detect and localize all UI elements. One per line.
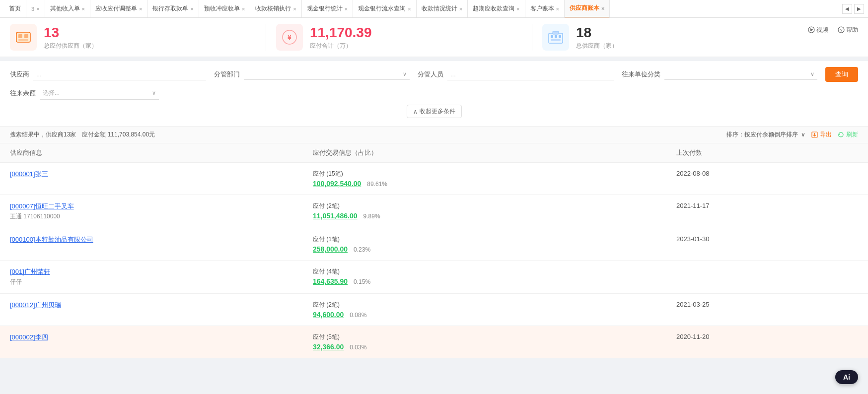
- table-row: [000001]张三 应付 (15笔) 100,092,540.00 89.61…: [0, 163, 868, 195]
- tx-label-5: 应付 (2笔): [313, 301, 676, 309]
- nav-tab-other-income-label: 其他收入单: [50, 4, 80, 13]
- nav-tab-receipt-verify-label: 收款核销执行: [255, 4, 291, 13]
- nav-tab-other-income[interactable]: 其他收入单 ×: [45, 0, 90, 18]
- supplier-info-4: [001]广州荣轩 仔仔: [10, 267, 313, 286]
- nav-tab-3[interactable]: 3 ×: [26, 0, 45, 18]
- nav-tab-ar-ap-adjust-close[interactable]: ×: [139, 6, 142, 12]
- supplier-info-5: [000012]广州贝瑞: [10, 301, 313, 310]
- nav-tab-customer-ledger[interactable]: 客户账本 ×: [525, 0, 565, 18]
- summary-label-total-suppliers: 总供应商（家）: [576, 42, 618, 50]
- last-payment-3: 2023-01-30: [676, 235, 858, 243]
- supplier-info-1: [000001]张三: [10, 170, 313, 179]
- tx-amount-6[interactable]: 32,366.00: [313, 343, 344, 351]
- table-row: [000002]李四 应付 (5笔) 32,366.00 0.03% 2020-…: [0, 326, 868, 358]
- nav-tab-customer-ledger-close[interactable]: ×: [556, 6, 559, 12]
- search-button[interactable]: 查询: [825, 67, 858, 82]
- tx-pct-1: 89.61%: [367, 181, 387, 188]
- nav-tab-receipt-stat-close[interactable]: ×: [459, 6, 462, 12]
- nav-tab-3-close[interactable]: ×: [36, 6, 39, 12]
- transaction-info-5: 应付 (2笔) 94,600.00 0.08%: [313, 301, 676, 319]
- nav-tab-ar-ap-adjust-label: 应收应付调整单: [95, 4, 137, 13]
- nav-tab-cash-bank-query-label: 现金银行流水查询: [358, 4, 406, 13]
- nav-tab-supplier-ledger-label: 供应商账本: [570, 4, 599, 12]
- links-divider: |: [832, 26, 834, 33]
- tx-label-6: 应付 (5笔): [313, 333, 676, 341]
- summary-info-payable: 11,170.39 应付合计（万）: [310, 24, 372, 51]
- nav-tab-supplier-ledger-close[interactable]: ×: [601, 5, 604, 11]
- summary-number-total-suppliers: 18: [576, 24, 618, 41]
- nav-tab-cash-bank-stat[interactable]: 现金银行统计 ×: [302, 0, 353, 18]
- nav-tab-advance-ar[interactable]: 预收冲应收单 ×: [199, 0, 250, 18]
- filter-row-2: 往来余额 选择... ∨: [10, 87, 159, 100]
- table-row: [001]广州荣轩 仔仔 应付 (4笔) 164,635.90 0.15%: [0, 261, 868, 294]
- supplier-sub-2: 王通 17106110000: [10, 212, 313, 221]
- nav-tab-supplier-ledger[interactable]: 供应商账本 ×: [565, 0, 610, 18]
- tx-amount-4[interactable]: 164,635.90: [313, 277, 348, 285]
- transaction-info-1: 应付 (15笔) 100,092,540.00 89.61%: [313, 170, 676, 188]
- nav-tab-cash-bank-stat-close[interactable]: ×: [345, 6, 348, 12]
- filter-supplier-label: 供应商: [10, 70, 29, 79]
- supplier-link-4[interactable]: [001]广州荣轩: [10, 267, 313, 276]
- tx-pct-5: 0.08%: [350, 312, 366, 319]
- tx-pct-3: 0.23%: [354, 246, 370, 253]
- nav-tab-receipt-verify[interactable]: 收款核销执行 ×: [250, 0, 301, 18]
- nav-right-arrow[interactable]: ▶: [854, 4, 864, 14]
- nav-tab-overdue-ar-close[interactable]: ×: [516, 6, 519, 12]
- nav-tab-bank-deposit[interactable]: 银行存取款单 ×: [147, 0, 199, 18]
- result-bar: 搜索结果中，供应商13家 应付金额 111,703,854.00元 排序：按应付…: [0, 127, 868, 143]
- svg-rect-1: [18, 34, 22, 38]
- nav-tab-receipt-verify-close[interactable]: ×: [293, 6, 296, 12]
- help-link[interactable]: ? 帮助: [838, 26, 858, 34]
- filter-row-1: 供应商 ... 分管部门 ∨ 分管人员 ... 往来单位分类 ∨: [10, 67, 858, 82]
- balance-placeholder: 选择...: [43, 89, 60, 97]
- filter-category-label: 往来单位分类: [622, 70, 660, 79]
- nav-tab-cash-bank-query[interactable]: 现金银行流水查询 ×: [353, 0, 416, 18]
- collapse-button[interactable]: ∧ 收起更多条件: [407, 105, 462, 118]
- tx-label-1: 应付 (15笔): [313, 170, 676, 178]
- svg-text:¥: ¥: [288, 33, 291, 41]
- tx-amount-1[interactable]: 100,092,540.00: [313, 180, 361, 188]
- nav-tab-home[interactable]: 首页: [4, 0, 26, 18]
- summary-info-suppliers: 13 总应付供应商（家）: [44, 24, 97, 51]
- person-input[interactable]: ...: [447, 68, 614, 80]
- sort-label[interactable]: 排序：按应付余额倒序排序 ∨: [726, 131, 805, 139]
- filter-category: 往来单位分类 ∨: [622, 69, 818, 80]
- svg-text:?: ?: [840, 28, 842, 33]
- export-button[interactable]: 导出: [811, 131, 832, 139]
- person-dots: ...: [450, 70, 456, 78]
- balance-input[interactable]: 选择... ∨: [40, 87, 159, 100]
- last-payment-date-5: 2021-03-25: [676, 301, 710, 308]
- refresh-button[interactable]: 刷新: [838, 131, 858, 139]
- nav-tab-bank-deposit-close[interactable]: ×: [190, 6, 193, 12]
- col-header-supplier: 供应商信息: [10, 148, 313, 157]
- department-input[interactable]: ∨: [244, 69, 410, 80]
- nav-tab-customer-ledger-label: 客户账本: [530, 4, 554, 13]
- tx-label-3: 应付 (1笔): [313, 235, 676, 244]
- nav-tab-other-income-close[interactable]: ×: [82, 6, 85, 12]
- summary-info-total-suppliers: 18 总供应商（家）: [576, 24, 618, 51]
- nav-tab-receipt-stat[interactable]: 收款情况统计 ×: [417, 0, 468, 18]
- supplier-link-5[interactable]: [000012]广州贝瑞: [10, 301, 313, 310]
- col-header-last-payment: 上次付数: [676, 148, 858, 157]
- nav-tab-cash-bank-query-close[interactable]: ×: [408, 6, 411, 12]
- nav-left-arrow[interactable]: ◀: [842, 4, 852, 14]
- nav-tab-overdue-ar-label: 超期应收款查询: [473, 4, 514, 13]
- svg-rect-10: [551, 39, 561, 41]
- filter-supplier: 供应商 ...: [10, 68, 206, 80]
- supplier-link-2[interactable]: [000007]恒旺二手叉车: [10, 202, 313, 211]
- nav-tab-overdue-ar[interactable]: 超期应收款查询 ×: [468, 0, 525, 18]
- tx-amount-3[interactable]: 258,000.00: [313, 245, 348, 253]
- tx-amount-5[interactable]: 94,600.00: [313, 311, 344, 319]
- supplier-info-2: [000007]恒旺二手叉车 王通 17106110000: [10, 202, 313, 221]
- supplier-link-1[interactable]: [000001]张三: [10, 170, 313, 179]
- supplier-input[interactable]: ...: [33, 68, 206, 80]
- nav-tab-ar-ap-adjust[interactable]: 应收应付调整单 ×: [90, 0, 147, 18]
- video-link[interactable]: 视频: [808, 26, 828, 34]
- tx-amount-2[interactable]: 11,051,486.00: [313, 212, 358, 220]
- nav-tab-advance-ar-close[interactable]: ×: [242, 6, 245, 12]
- supplier-link-6[interactable]: [000002]李四: [10, 333, 313, 342]
- supplier-link-3[interactable]: [000100]本特勤油品有限公司: [10, 235, 313, 244]
- summary-card-payable: ¥ 11,170.39 应付合计（万）: [276, 24, 532, 51]
- summary-icon-suppliers: [10, 24, 37, 51]
- category-input[interactable]: ∨: [664, 69, 818, 80]
